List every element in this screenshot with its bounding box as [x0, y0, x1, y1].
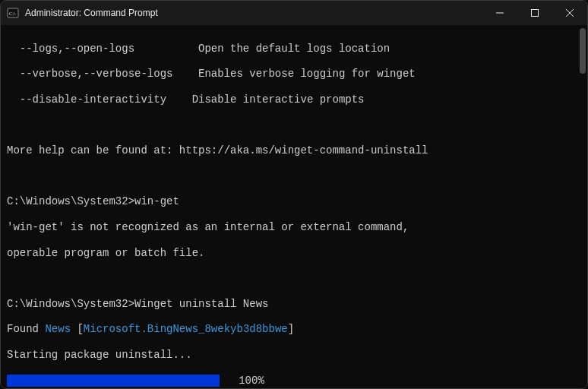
- command-prompt-window: C:\ Administrator: Command Prompt --logs…: [0, 0, 588, 389]
- svg-text:C:\: C:\: [9, 11, 16, 17]
- prompt: C:\Windows\System32>: [7, 195, 134, 207]
- option-desc: Open the default logs location: [198, 43, 390, 55]
- window-controls: [482, 1, 587, 25]
- found-package-name: News: [45, 323, 71, 335]
- option-flags: --verbose,--verbose-logs: [7, 68, 172, 80]
- error-line: 'win-get' is not recognized as an intern…: [7, 221, 581, 234]
- option-gap: [166, 93, 192, 106]
- bracket-open: [: [71, 323, 84, 335]
- svg-rect-3: [532, 10, 539, 17]
- option-flags: --logs,--open-logs: [7, 43, 134, 55]
- progress-percent: 100%: [239, 375, 264, 387]
- title-left: C:\ Administrator: Command Prompt: [7, 7, 158, 19]
- option-desc: Disable interactive prompts: [192, 93, 365, 106]
- terminal-output: --logs,--open-logs Open the default logs…: [7, 30, 581, 389]
- bracket-close: ]: [288, 323, 294, 335]
- option-gap: [172, 68, 198, 80]
- prompt: C:\Windows\System32>: [7, 298, 134, 310]
- window-title: Administrator: Command Prompt: [25, 8, 158, 18]
- help-line: More help can be found at: https://aka.m…: [7, 144, 581, 157]
- option-flags: --disable-interactivity: [7, 93, 166, 106]
- progress-gap: [220, 375, 239, 387]
- cmd-icon: C:\: [7, 7, 19, 19]
- minimize-button[interactable]: [482, 1, 517, 25]
- close-button[interactable]: [552, 1, 587, 25]
- typed-command: Winget uninstall News: [134, 298, 268, 310]
- found-package-id: Microsoft.BingNews_8wekyb3d8bbwe: [84, 323, 288, 335]
- typed-command: win-get: [134, 195, 179, 207]
- option-desc: Enables verbose logging for winget: [198, 68, 416, 80]
- error-line: operable program or batch file.: [7, 247, 581, 260]
- progress-bar: [7, 375, 220, 387]
- found-prefix: Found: [7, 323, 45, 335]
- scrollbar-thumb[interactable]: [580, 28, 586, 74]
- option-gap: [134, 43, 198, 55]
- titlebar[interactable]: C:\ Administrator: Command Prompt: [1, 1, 587, 25]
- starting-line: Starting package uninstall...: [7, 349, 581, 362]
- terminal-area[interactable]: --logs,--open-logs Open the default logs…: [1, 25, 587, 389]
- maximize-button[interactable]: [517, 1, 552, 25]
